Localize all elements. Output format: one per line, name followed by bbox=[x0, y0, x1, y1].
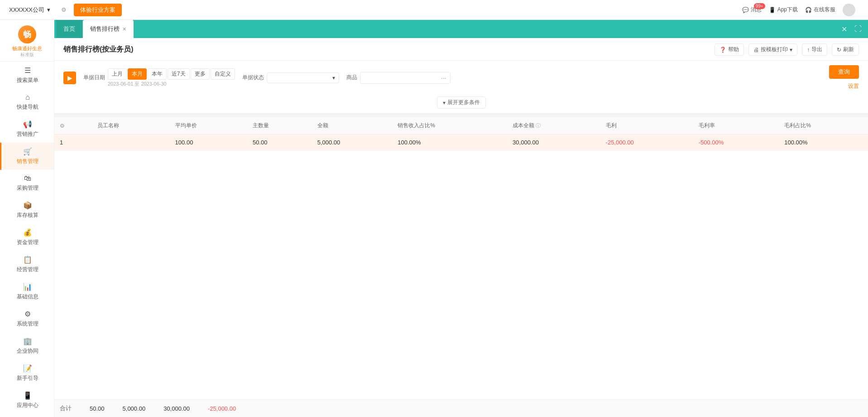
col-revenue-pct: 销售收入占比% bbox=[392, 117, 507, 134]
refresh-icon: ↻ bbox=[837, 47, 841, 53]
sidebar-item-sales[interactable]: 🛒 销售管理 bbox=[0, 143, 54, 170]
window-close-icon[interactable]: ✕ bbox=[839, 24, 850, 34]
message-button[interactable]: 💬 消息 99+ bbox=[742, 6, 762, 14]
app-label: App下载 bbox=[777, 6, 798, 14]
date-btn-this-month[interactable]: 本月 bbox=[128, 68, 147, 80]
expand-more-button[interactable]: ▾ 展开更多条件 bbox=[437, 96, 486, 109]
refresh-button[interactable]: ↻ 刷新 bbox=[832, 43, 859, 56]
date-btn-this-year[interactable]: 本年 bbox=[148, 68, 167, 80]
date-btn-custom[interactable]: 自定义 bbox=[211, 68, 235, 80]
sidebar-label-corp: 企业协同 bbox=[17, 347, 38, 355]
sidebar-label-system: 系统管理 bbox=[17, 320, 38, 328]
help-icon: ❓ bbox=[719, 47, 726, 53]
sidebar-item-purchase[interactable]: 🛍 采购管理 bbox=[0, 170, 54, 197]
main-area: 首页 销售排行榜 ✕ ✕ ⛶ 销售排行榜(按业务员) ❓ 帮助 � bbox=[54, 20, 868, 417]
tab-home[interactable]: 首页 bbox=[56, 20, 83, 38]
sidebar-label-search: 搜索菜单 bbox=[17, 77, 38, 84]
date-btn-last-month[interactable]: 上月 bbox=[108, 68, 127, 80]
sidebar-label-inventory: 库存核算 bbox=[17, 211, 38, 219]
footer-amount: 5,000.00 bbox=[123, 405, 146, 412]
guide-icon: 📝 bbox=[23, 364, 32, 373]
corp-icon: 🏢 bbox=[23, 337, 32, 345]
help-button[interactable]: ❓ 帮助 bbox=[715, 43, 744, 56]
col-gross-pct: 毛利占比% bbox=[779, 117, 868, 134]
table-footer: 合计 50.00 5,000.00 30,000.00 -25,000.00 bbox=[54, 399, 868, 417]
window-buttons: ✕ ⛶ bbox=[839, 24, 868, 34]
avatar[interactable] bbox=[843, 4, 855, 16]
footer-cost: 30,000.00 bbox=[163, 405, 190, 412]
export-button[interactable]: ↑ 导出 bbox=[802, 43, 827, 56]
sidebar-item-app-center[interactable]: 📱 应用中心 bbox=[0, 387, 54, 414]
cell-cost: 30,000.00 bbox=[507, 134, 600, 151]
footer-gross: -25,000.00 bbox=[208, 405, 236, 412]
sidebar-item-inventory[interactable]: 📦 库存核算 bbox=[0, 197, 54, 224]
sidebar-label-finance: 资金管理 bbox=[17, 239, 38, 246]
basic-icon: 📊 bbox=[23, 283, 32, 291]
home-icon: ⌂ bbox=[25, 93, 30, 101]
print-chevron-icon: ▾ bbox=[790, 47, 792, 53]
tab-sales-rank[interactable]: 销售排行榜 ✕ bbox=[83, 20, 134, 38]
sidebar: 畅 畅康通好生意 标准版 ☰ 搜索菜单 ⌂ 快捷导航 📢 营销推广 🛒 销售管理… bbox=[0, 20, 54, 417]
table-container: ⚙ 员工名称 平均单价 主数量 全额 销售收入占比% 成本全额 ⓘ 毛利 毛利率… bbox=[54, 117, 868, 399]
app-download-button[interactable]: 📱 App下载 bbox=[769, 6, 798, 14]
date-btn-more[interactable]: 更多 bbox=[191, 68, 210, 80]
headset-icon: 🎧 bbox=[805, 7, 812, 13]
expand-label: 展开更多条件 bbox=[447, 99, 480, 106]
sidebar-label-app-center: 应用中心 bbox=[17, 402, 38, 409]
company-name: XXXXXX公司 bbox=[9, 6, 44, 14]
filter-expand-arrow[interactable]: ▶ bbox=[63, 72, 76, 84]
print-button[interactable]: 🖨 按模板打印 ▾ bbox=[748, 43, 797, 56]
tab-close-icon[interactable]: ✕ bbox=[122, 26, 126, 32]
status-select[interactable]: ▾ bbox=[267, 72, 339, 83]
sidebar-item-quick-nav[interactable]: ⌂ 快捷导航 bbox=[0, 89, 54, 115]
service-button[interactable]: 🎧 在线客服 bbox=[805, 6, 835, 14]
footer-label: 合计 bbox=[60, 404, 72, 412]
sidebar-item-finance[interactable]: 💰 资金管理 bbox=[0, 224, 54, 251]
sidebar-label-operation: 经营管理 bbox=[17, 266, 38, 273]
search-menu-icon: ☰ bbox=[24, 66, 31, 75]
cell-name bbox=[92, 134, 169, 151]
date-btn-7days[interactable]: 近7天 bbox=[168, 68, 190, 80]
col-avg-price: 平均单价 bbox=[170, 117, 247, 134]
sales-icon: 🛒 bbox=[23, 147, 32, 156]
sidebar-item-basic[interactable]: 📊 基础信息 bbox=[0, 278, 54, 305]
sidebar-label-quick-nav: 快捷导航 bbox=[17, 103, 38, 111]
system-icon: ⚙ bbox=[24, 310, 31, 318]
col-gross: 毛利 bbox=[600, 117, 693, 134]
company-selector[interactable]: XXXXXX公司 ▾ bbox=[5, 4, 54, 16]
status-filter-group: 单据状态 ▾ bbox=[242, 72, 339, 83]
cell-rank: 1 bbox=[54, 134, 92, 151]
cell-gross-rate: -500.00% bbox=[693, 134, 779, 151]
goods-input[interactable]: ··· bbox=[360, 72, 451, 84]
sidebar-item-search[interactable]: ☰ 搜索菜单 bbox=[0, 62, 54, 89]
finance-icon: 💰 bbox=[23, 228, 32, 237]
sidebar-label-purchase: 采购管理 bbox=[17, 184, 38, 192]
goods-more-icon[interactable]: ··· bbox=[441, 74, 446, 81]
purchase-icon: 🛍 bbox=[24, 174, 31, 182]
page-header: 销售排行榜(按业务员) ❓ 帮助 🖨 按模板打印 ▾ ↑ 导出 bbox=[54, 38, 868, 61]
sidebar-item-guide[interactable]: 📝 新手引导 bbox=[0, 359, 54, 387]
sidebar-item-operation[interactable]: 📋 经营管理 bbox=[0, 251, 54, 278]
cell-gross-pct: 100.00% bbox=[779, 134, 868, 151]
settings-icon[interactable]: ⚙ bbox=[58, 4, 70, 16]
date-filter-group: 单据日期 上月 本月 本年 近7天 更多 自定义 2023-06-01 至 20… bbox=[83, 68, 235, 87]
sidebar-item-marketing[interactable]: 📢 营销推广 bbox=[0, 115, 54, 143]
query-button[interactable]: 查询 bbox=[829, 65, 859, 79]
page-title: 销售排行榜(按业务员) bbox=[63, 45, 134, 54]
status-select-arrow: ▾ bbox=[332, 75, 335, 81]
sidebar-item-system[interactable]: ⚙ 系统管理 bbox=[0, 305, 54, 332]
sidebar-item-corp[interactable]: 🏢 企业协同 bbox=[0, 332, 54, 359]
sidebar-item-wechat[interactable]: 💬 企业微信 bbox=[0, 414, 54, 417]
settings-link[interactable]: 设置 bbox=[848, 82, 859, 90]
message-icon: 💬 bbox=[742, 7, 749, 13]
window-expand-icon[interactable]: ⛶ bbox=[852, 24, 864, 34]
col-cost: 成本全额 ⓘ bbox=[507, 117, 600, 134]
inventory-icon: 📦 bbox=[23, 201, 32, 210]
trial-button[interactable]: 体验行业方案 bbox=[74, 4, 122, 16]
service-label: 在线客服 bbox=[814, 6, 835, 14]
logo-text: 畅康通好生意 标准版 bbox=[12, 45, 42, 58]
content-area: 销售排行榜(按业务员) ❓ 帮助 🖨 按模板打印 ▾ ↑ 导出 bbox=[54, 38, 868, 417]
page-actions: ❓ 帮助 🖨 按模板打印 ▾ ↑ 导出 ↻ 刷新 bbox=[715, 43, 859, 56]
col-amount: 全额 bbox=[312, 117, 393, 134]
col-settings-icon[interactable]: ⚙ bbox=[60, 123, 65, 129]
